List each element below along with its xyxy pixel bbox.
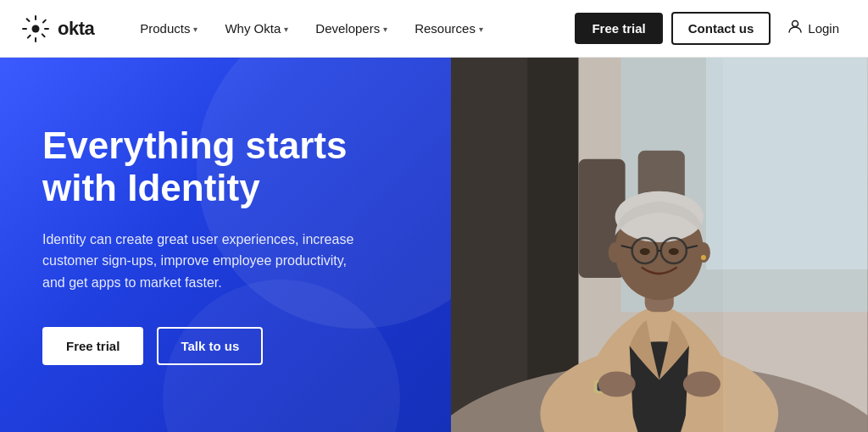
- svg-point-27: [640, 248, 650, 255]
- svg-rect-8: [26, 34, 31, 39]
- hero-content: Everything starts with Identity Identity…: [0, 58, 451, 432]
- logo-wordmark: okta: [58, 18, 94, 40]
- svg-rect-5: [25, 17, 31, 22]
- nav-actions: Free trial Contact us Login: [575, 12, 848, 45]
- svg-rect-4: [44, 28, 49, 30]
- svg-point-35: [683, 371, 721, 396]
- svg-rect-3: [22, 28, 27, 30]
- contact-us-button[interactable]: Contact us: [671, 12, 771, 45]
- nav-item-why-okta[interactable]: Why Okta ▾: [213, 14, 300, 42]
- hero-image: [451, 58, 868, 432]
- svg-point-28: [669, 248, 679, 255]
- login-button[interactable]: Login: [779, 12, 848, 45]
- nav-links: Products ▾ Why Okta ▾ Developers ▾ Resou…: [128, 14, 575, 42]
- nav-item-developers[interactable]: Developers ▾: [303, 14, 399, 42]
- svg-point-31: [701, 255, 706, 260]
- hero-buttons: Free trial Talk to us: [42, 327, 409, 365]
- chevron-down-icon: ▾: [193, 25, 198, 34]
- svg-rect-2: [35, 37, 36, 42]
- chevron-down-icon: ▾: [383, 25, 387, 34]
- svg-point-34: [598, 371, 636, 396]
- person-icon: [787, 19, 803, 38]
- free-trial-button[interactable]: Free trial: [575, 13, 662, 44]
- svg-rect-36: [723, 58, 868, 432]
- chevron-down-icon: ▾: [284, 25, 288, 34]
- logo-icon: [20, 14, 51, 44]
- hero-title: Everything starts with Identity: [42, 125, 409, 210]
- nav-item-resources[interactable]: Resources ▾: [403, 14, 495, 42]
- svg-rect-7: [42, 19, 47, 24]
- hero-photo: [451, 58, 868, 432]
- hero-free-trial-button[interactable]: Free trial: [42, 327, 143, 365]
- svg-rect-1: [35, 15, 36, 20]
- hero-subtitle: Identity can create great user experienc…: [42, 229, 364, 294]
- hero-talk-button[interactable]: Talk to us: [157, 327, 263, 365]
- svg-point-9: [793, 21, 798, 27]
- svg-point-29: [609, 242, 622, 263]
- logo-link[interactable]: okta: [20, 14, 94, 44]
- chevron-down-icon: ▾: [479, 25, 483, 34]
- hero-section: Everything starts with Identity Identity…: [0, 58, 868, 432]
- svg-point-0: [32, 25, 40, 32]
- svg-rect-6: [41, 32, 46, 37]
- nav-item-products[interactable]: Products ▾: [128, 14, 209, 42]
- navbar: okta Products ▾ Why Okta ▾ Developers ▾ …: [0, 0, 868, 58]
